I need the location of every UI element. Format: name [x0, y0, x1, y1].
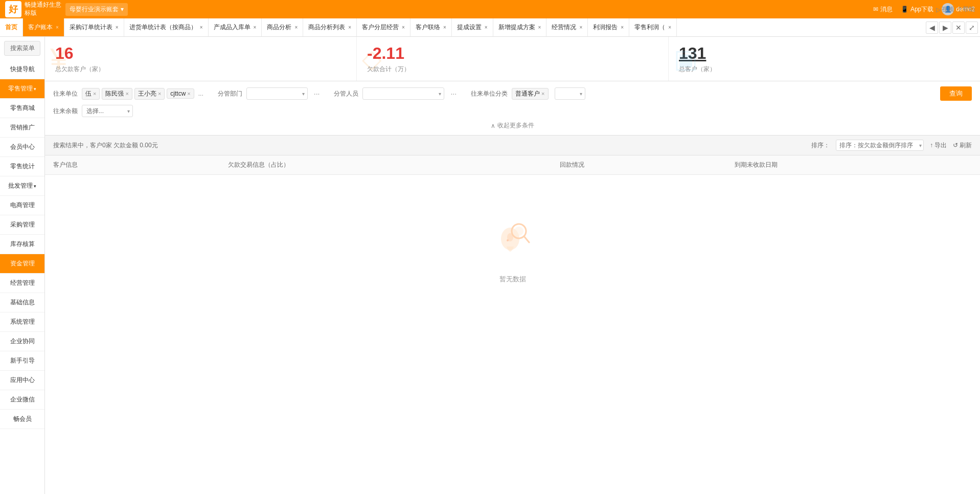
balance-select[interactable]: 选择... — [82, 105, 133, 117]
sidebar-item-retail-mgmt[interactable]: 零售管理 ▾ — [0, 79, 44, 99]
filter-row-2: 往来余额 选择... — [53, 105, 972, 117]
sort-select[interactable]: 排序：按欠款金额倒序排序 — [836, 140, 924, 151]
svg-line-2 — [524, 236, 529, 242]
sidebar-item-app-center[interactable]: 应用中心 — [0, 371, 44, 390]
refresh-button[interactable]: ↺ 刷新 — [953, 141, 972, 150]
sidebar-item-new-guide[interactable]: 新手引导 — [0, 351, 44, 371]
tab-accounts[interactable]: 客户账本 × — [23, 18, 64, 37]
svg-point-4 — [514, 227, 523, 236]
stat-card-credit-customers: ¥ 16 总欠款客户（家） — [45, 37, 357, 81]
close-icon[interactable]: × — [668, 25, 671, 30]
unit-class-filter-tags: 普通客户 × — [512, 88, 548, 100]
tab-purchase-orders[interactable]: 采购订单统计表 × — [64, 18, 124, 37]
nav-next-button[interactable]: ▶ — [939, 21, 951, 34]
sidebar-item-vip-member[interactable]: 畅会员 — [0, 410, 44, 429]
app-download-button[interactable]: 📱 App下载 — [901, 5, 933, 14]
unit-filter-tags: 伍 × 陈民强 × 王小亮 × cjttcw × ... — [82, 88, 206, 100]
table-wrap: 客户信息 欠款交易信息（占比） 回款情况 到期未收款日期 — [45, 155, 980, 494]
sidebar-item-purchase-mgmt[interactable]: 采购管理 — [0, 215, 44, 235]
sidebar-item-member-center[interactable]: 会员中心 — [0, 138, 44, 157]
tab-product-analysis-list[interactable]: 商品分析列表 × — [303, 18, 357, 37]
sidebar-item-retail-stats[interactable]: 零售统计 — [0, 157, 44, 176]
tab-incoming-stats[interactable]: 进货单统计表（按商品） × — [124, 18, 209, 37]
nav-close-all-button[interactable]: ✕ — [952, 21, 965, 34]
content-area: ¥ 16 总欠款客户（家） ◇ -2.11 欠款合计（万） ▣ 131 总客户（… — [45, 37, 980, 494]
close-icon[interactable]: × — [254, 25, 257, 30]
chevron-up-icon: ∧ — [491, 122, 495, 129]
person-select[interactable] — [362, 87, 444, 100]
person-select-wrap — [362, 87, 444, 100]
remove-tag-common[interactable]: × — [541, 91, 544, 97]
close-icon[interactable]: × — [621, 25, 624, 30]
sidebar-item-enterprise-wechat[interactable]: 企业微信 — [0, 390, 44, 410]
stat-card-credit-amount: ◇ -2.11 欠款合计（万） — [357, 37, 669, 81]
sidebar-item-finance-mgmt[interactable]: 资金管理 — [0, 254, 44, 274]
dept-more-button[interactable]: ··· — [312, 88, 322, 99]
empty-icon — [492, 216, 533, 266]
sidebar-item-enterprise-collab[interactable]: 企业协同 — [0, 332, 44, 351]
results-actions: 排序： 排序：按欠款金额倒序排序 ↑ 导出 ↺ 刷新 — [811, 140, 972, 151]
sidebar: 搜索菜单 快捷导航 零售管理 ▾ 零售商城 营销推广 会员中心 零售统计 批发管… — [0, 37, 45, 494]
sidebar-item-quick-nav[interactable]: 快捷导航 — [0, 60, 44, 79]
nav-tab-controls: ◀ ▶ ✕ ⤢ — [926, 21, 980, 34]
close-icon[interactable]: × — [443, 25, 446, 30]
sidebar-item-marketing[interactable]: 营销推广 — [0, 118, 44, 138]
unit-class-select-wrap — [555, 87, 585, 100]
more-tags-button[interactable]: ... — [196, 89, 206, 98]
remove-tag-wu[interactable]: × — [93, 91, 96, 97]
person-more-button[interactable]: ··· — [448, 88, 459, 99]
sidebar-item-inventory[interactable]: 库存核算 — [0, 235, 44, 254]
unit-filter-label: 往来单位 — [53, 89, 78, 98]
export-button[interactable]: ↑ 导出 — [930, 141, 947, 150]
remove-tag-wang[interactable]: × — [158, 91, 161, 97]
sidebar-search-area: 搜索菜单 — [0, 37, 44, 60]
close-icon[interactable]: × — [294, 25, 298, 30]
tab-cost-entry[interactable]: 产成品入库单 × — [209, 18, 262, 37]
close-icon[interactable]: × — [485, 25, 488, 30]
collapse-filter-button[interactable]: ∧ 收起更多条件 — [53, 121, 972, 130]
sidebar-item-system-mgmt[interactable]: 系统管理 — [0, 312, 44, 332]
remove-tag-chen[interactable]: × — [125, 91, 128, 97]
tab-customer-contact[interactable]: 客户联络 × — [411, 18, 452, 37]
close-icon[interactable]: × — [116, 25, 119, 30]
store-selector[interactable]: 母婴行业演示账套 ▾ — [65, 3, 128, 16]
close-icon[interactable]: × — [200, 25, 203, 30]
tab-home[interactable]: 首页 — [0, 18, 23, 37]
remove-tag-cjttcw[interactable]: × — [187, 91, 190, 97]
tab-new-proposal[interactable]: 新增提成方案 × — [493, 18, 547, 37]
tab-product-analysis[interactable]: 商品分析 × — [262, 18, 303, 37]
col-overdue-date: 到期未收款日期 — [726, 155, 980, 175]
svg-point-5 — [507, 239, 509, 241]
sidebar-item-operations-mgmt[interactable]: 经营管理 — [0, 274, 44, 293]
balance-select-wrap: 选择... — [82, 105, 133, 117]
sidebar-item-ecommerce[interactable]: 电商管理 — [0, 196, 44, 215]
close-icon[interactable]: × — [402, 25, 405, 30]
empty-text: 暂无数据 — [499, 275, 526, 284]
close-icon[interactable]: × — [538, 25, 541, 30]
query-button[interactable]: 查询 — [940, 86, 972, 101]
sidebar-item-retail-mall[interactable]: 零售商城 — [0, 99, 44, 118]
logo-text: 畅捷通好生意 标版 — [25, 1, 61, 17]
nav-prev-button[interactable]: ◀ — [926, 21, 938, 34]
balance-filter-label: 往来余额 — [53, 107, 78, 116]
tab-retail-profit[interactable]: 零售利润（ × — [629, 18, 677, 37]
close-icon[interactable]: × — [56, 25, 59, 30]
col-credit-info: 欠款交易信息（占比） — [220, 155, 552, 175]
tab-proposal-settings[interactable]: 提成设置 × — [452, 18, 493, 37]
logo-icon: 好 — [5, 1, 21, 17]
dept-select[interactable] — [246, 87, 308, 100]
sidebar-item-batch-mgmt[interactable]: 批发管理 ▾ — [0, 176, 44, 196]
search-menu-button[interactable]: 搜索菜单 — [4, 41, 40, 56]
stat-card-total-customers: ▣ 131 总客户（家） — [669, 37, 980, 81]
nav-maximize-button[interactable]: ⤢ — [966, 21, 978, 34]
message-button[interactable]: ✉ 消息 — [873, 5, 893, 14]
top-bar: 好 畅捷通好生意 标版 母婴行业演示账套 ▾ ✉ 消息 📱 App下载 👤 de… — [0, 0, 980, 18]
unit-class-select[interactable] — [555, 87, 585, 100]
tab-profit-report[interactable]: 利润报告 × — [588, 18, 629, 37]
sidebar-item-basic-info[interactable]: 基础信息 — [0, 293, 44, 312]
close-icon[interactable]: × — [579, 25, 582, 30]
tab-operations[interactable]: 经营情况 × — [546, 18, 588, 37]
close-icon[interactable]: × — [348, 25, 351, 30]
unit-class-filter-label: 往来单位分类 — [471, 89, 508, 98]
tab-customer-segment[interactable]: 客户分层经营 × — [357, 18, 411, 37]
